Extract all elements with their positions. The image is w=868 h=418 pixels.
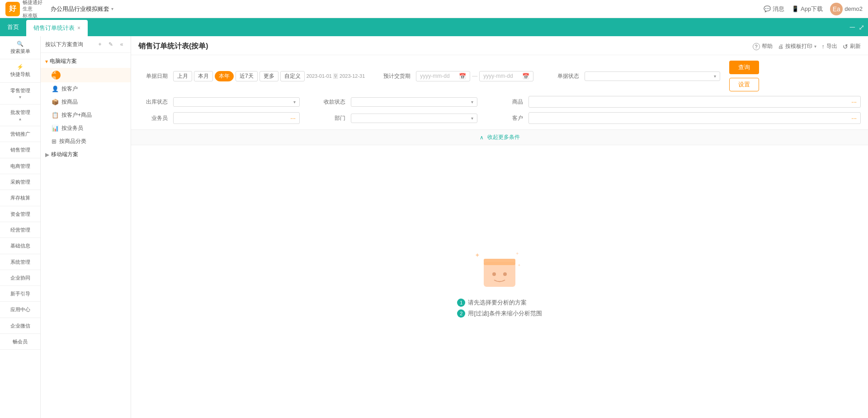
query-btn[interactable]: 查询 bbox=[729, 61, 759, 74]
payment-label: 收款状态 bbox=[316, 98, 345, 106]
mobile-scheme-parent[interactable]: ▶ 移动端方案 bbox=[41, 148, 131, 161]
custom-btn[interactable]: 自定义 bbox=[280, 71, 305, 81]
app-download-btn[interactable]: 📱 App下载 bbox=[792, 5, 823, 13]
svg-point-2 bbox=[492, 272, 496, 276]
collapse-more-btn[interactable]: ∧ 收起更多条件 bbox=[480, 133, 520, 141]
outbound-select[interactable]: ▾ bbox=[173, 97, 300, 107]
filter-area: 单据日期 上月 本月 本年 近7天 更多 自定义 2023-01-01 至 20… bbox=[131, 55, 868, 130]
date-to-input[interactable]: yyyy-mm-dd 📅 bbox=[479, 71, 533, 81]
status-select[interactable]: ▾ bbox=[585, 71, 720, 81]
message-label: 消息 bbox=[773, 5, 784, 13]
tab-bar: 首页 销售订单统计表 × ─ ⤢ bbox=[0, 18, 868, 36]
tab-bar-right: ─ ⤢ bbox=[850, 18, 868, 36]
tab-sales-stats[interactable]: 销售订单统计表 × bbox=[26, 20, 88, 36]
sidebar-item-marketing[interactable]: 营销推广 bbox=[0, 126, 40, 142]
outbound-chevron-icon: ▾ bbox=[293, 100, 296, 104]
workspace-selector[interactable]: 办公用品行业模拟账套 ▾ bbox=[51, 5, 113, 13]
more-btn[interactable]: 更多 bbox=[259, 71, 278, 81]
product-icon: 📦 bbox=[52, 99, 59, 105]
main-content: 🔍 搜索菜单 ⚡ 快捷导航 零售管理 ▾ 批发管理 ▴ 营销推广 销售管理 电商… bbox=[0, 36, 868, 418]
message-btn[interactable]: 💬 消息 bbox=[764, 5, 784, 13]
settings-btn[interactable]: 设置 bbox=[729, 78, 759, 91]
sidebar-item-purchase[interactable]: 采购管理 bbox=[0, 174, 40, 190]
logo-area: 好 畅捷通好生意 标准版 bbox=[5, 0, 46, 19]
this-month-btn[interactable]: 本月 bbox=[194, 71, 213, 81]
sidebar-item-retail[interactable]: 零售管理 ▾ bbox=[0, 83, 40, 104]
sidebar-item-inventory[interactable]: 库存核算 bbox=[0, 190, 40, 206]
scheme-by-customer[interactable]: 👤 按客户 bbox=[41, 82, 131, 95]
pc-scheme-arrow-icon: ▾ bbox=[45, 58, 48, 65]
scheme-by-customer-product[interactable]: 📋 按客户+商品 bbox=[41, 109, 131, 122]
maximize-btn[interactable]: ⤢ bbox=[859, 23, 864, 32]
sidebar-item-app-center[interactable]: 应用中心 bbox=[0, 302, 40, 318]
sidebar-item-wholesale[interactable]: 批发管理 ▴ bbox=[0, 104, 40, 126]
collapse-chevron-icon: ∧ bbox=[480, 134, 484, 141]
print-arrow-icon: ▾ bbox=[814, 44, 816, 49]
sidebar-item-wechat[interactable]: 企业微信 bbox=[0, 318, 40, 334]
tab-home[interactable]: 首页 bbox=[0, 18, 26, 36]
customer-input[interactable]: ··· bbox=[528, 112, 861, 124]
sidebar-item-newbie[interactable]: 新手引导 bbox=[0, 286, 40, 302]
payment-select[interactable]: ▾ bbox=[351, 97, 477, 107]
sidebar-item-operations[interactable]: 经营管理 bbox=[0, 222, 40, 238]
tip-1-number: 1 bbox=[457, 299, 465, 307]
prev-month-btn[interactable]: 上月 bbox=[173, 71, 192, 81]
logo-icon: 好 bbox=[5, 2, 20, 16]
scheme-by-salesperson-label: 按业务员 bbox=[61, 124, 83, 132]
sidebar: 🔍 搜索菜单 ⚡ 快捷导航 零售管理 ▾ 批发管理 ▴ 营销推广 销售管理 电商… bbox=[0, 36, 41, 418]
sidebar-quick-nav[interactable]: ⚡ 快捷导航 bbox=[0, 59, 40, 82]
payment-chevron-icon: ▾ bbox=[471, 100, 473, 104]
sidebar-item-system[interactable]: 系统管理 bbox=[0, 254, 40, 270]
help-btn[interactable]: ? 帮助 bbox=[753, 43, 773, 50]
refresh-btn[interactable]: ↺ 刷新 bbox=[843, 43, 861, 50]
this-year-btn[interactable]: 本年 bbox=[215, 71, 234, 81]
sidebar-item-enterprise[interactable]: 企业协同 bbox=[0, 270, 40, 286]
collapse-panel-btn[interactable]: « bbox=[117, 40, 126, 49]
user-profile-btn[interactable]: Ea demo2 bbox=[830, 3, 863, 15]
scheme-by-order[interactable]: 按单 bbox=[41, 68, 131, 82]
salesperson-input[interactable]: ··· bbox=[173, 112, 300, 124]
empty-illustration: ✦ ✦ ✦ bbox=[472, 246, 527, 291]
scheme-by-product-label: 按商品 bbox=[61, 98, 78, 106]
tab-close-icon[interactable]: × bbox=[77, 25, 80, 31]
empty-tip-2: 2 用[过滤]条件来缩小分析范围 bbox=[457, 309, 542, 318]
left-panel-title: 按以下方案查询 bbox=[45, 41, 93, 48]
export-btn[interactable]: ↑ 导出 bbox=[822, 43, 838, 50]
scheme-by-product-category[interactable]: ⊞ 按商品分类 bbox=[41, 135, 131, 148]
scheme-by-product[interactable]: 📦 按商品 bbox=[41, 95, 131, 109]
sidebar-search[interactable]: 🔍 搜索菜单 bbox=[0, 36, 40, 59]
date-from-input[interactable]: yyyy-mm-dd 📅 bbox=[416, 71, 470, 81]
export-label: 导出 bbox=[826, 43, 837, 50]
goods-label: 商品 bbox=[494, 98, 523, 106]
last-7-days-btn[interactable]: 近7天 bbox=[236, 71, 258, 81]
salesperson-ellipsis-icon[interactable]: ··· bbox=[290, 114, 296, 122]
refresh-icon: ↺ bbox=[843, 43, 848, 50]
filter-actions: 查询 设置 bbox=[729, 61, 759, 91]
print-btn[interactable]: 🖨 按模板打印 ▾ bbox=[778, 43, 816, 50]
customer-ellipsis-icon[interactable]: ··· bbox=[851, 114, 857, 122]
scheme-by-salesperson[interactable]: 📊 按业务员 bbox=[41, 122, 131, 135]
filter-row-2: 出库状态 ▾ 收款状态 ▾ 商品 ··· bbox=[138, 96, 861, 108]
minimize-btn[interactable]: ─ bbox=[850, 23, 855, 31]
pc-scheme-parent[interactable]: ▾ 电脑端方案 bbox=[41, 55, 131, 68]
customer-label: 客户 bbox=[494, 114, 523, 122]
date-range-text: 2023-01-01 至 2023-12-31 bbox=[307, 73, 365, 80]
edit-scheme-btn[interactable]: ✎ bbox=[106, 40, 115, 49]
department-select[interactable]: ▾ bbox=[351, 114, 477, 123]
sidebar-item-finance[interactable]: 资金管理 bbox=[0, 206, 40, 222]
sidebar-item-sales[interactable]: 销售管理 bbox=[0, 142, 40, 158]
tip-1-text: 请先选择要分析的方案 bbox=[468, 299, 527, 307]
salesperson-icon: 📊 bbox=[52, 125, 59, 132]
add-scheme-btn[interactable]: + bbox=[95, 40, 104, 49]
logo-text: 畅捷通好生意 标准版 bbox=[23, 0, 46, 19]
sidebar-item-basic-info[interactable]: 基础信息 bbox=[0, 238, 40, 254]
app-download-label: App下载 bbox=[801, 5, 823, 13]
sidebar-item-membership[interactable]: 畅会员 bbox=[0, 334, 40, 350]
date-dash: — bbox=[472, 73, 477, 79]
goods-ellipsis-icon[interactable]: ··· bbox=[851, 98, 857, 105]
tab-home-label: 首页 bbox=[7, 23, 19, 31]
goods-input[interactable]: ··· bbox=[528, 96, 861, 108]
sidebar-item-ecommerce[interactable]: 电商管理 bbox=[0, 158, 40, 174]
print-label: 按模板打印 bbox=[785, 43, 812, 50]
user-name: demo2 bbox=[844, 5, 863, 12]
